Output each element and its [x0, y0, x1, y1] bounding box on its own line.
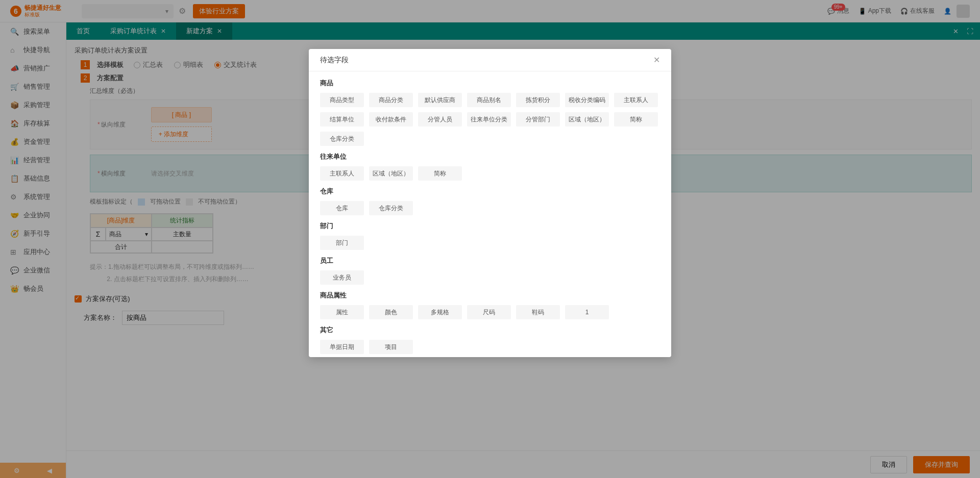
field-item[interactable]: 仓库 [320, 201, 364, 215]
modal-close-icon[interactable]: ✕ [653, 55, 660, 65]
field-item[interactable]: 区域（地区） [565, 112, 609, 127]
field-item[interactable]: 尺码 [467, 305, 511, 319]
field-item[interactable]: 多规格 [418, 305, 462, 319]
field-item[interactable]: 1 [565, 305, 609, 319]
field-group-0: 商品商品类型商品分类默认供应商商品别名拣货积分税收分类编码主联系人结算单位收付款… [320, 79, 660, 146]
field-group-5: 商品属性属性颜色多规格尺码鞋码1 [320, 291, 660, 319]
field-item[interactable]: 简称 [614, 112, 658, 127]
field-item[interactable]: 往来单位分类 [467, 112, 511, 127]
field-group-6: 其它单据日期项目 [320, 325, 660, 354]
field-group-title: 商品属性 [320, 291, 660, 300]
field-item[interactable]: 单据日期 [320, 340, 364, 354]
field-group-3: 部门部门 [320, 221, 660, 250]
field-item[interactable]: 拣货积分 [516, 93, 560, 107]
field-item[interactable]: 分管部门 [516, 112, 560, 127]
field-group-1: 往来单位主联系人区域（地区）简称 [320, 152, 660, 181]
field-group-title: 仓库 [320, 187, 660, 196]
field-item[interactable]: 简称 [418, 166, 462, 181]
field-group-title: 部门 [320, 221, 660, 231]
field-item[interactable]: 仓库分类 [369, 201, 413, 215]
field-item[interactable]: 颜色 [369, 305, 413, 319]
modal-title: 待选字段 [320, 56, 349, 65]
field-item[interactable]: 税收分类编码 [565, 93, 609, 107]
field-group-2: 仓库仓库仓库分类 [320, 187, 660, 215]
field-item[interactable]: 商品类型 [320, 93, 364, 107]
field-item[interactable]: 属性 [320, 305, 364, 319]
field-item[interactable]: 业务员 [320, 270, 364, 285]
field-group-4: 员工业务员 [320, 256, 660, 285]
field-item[interactable]: 鞋码 [516, 305, 560, 319]
field-group-title: 其它 [320, 325, 660, 335]
field-item[interactable]: 主联系人 [614, 93, 658, 107]
field-group-title: 员工 [320, 256, 660, 265]
field-item[interactable]: 商品分类 [369, 93, 413, 107]
field-item[interactable]: 商品别名 [467, 93, 511, 107]
field-item[interactable]: 区域（地区） [369, 166, 413, 181]
field-item[interactable]: 收付款条件 [369, 112, 413, 127]
field-group-title: 商品 [320, 79, 660, 88]
field-item[interactable]: 分管人员 [418, 112, 462, 127]
field-selector-modal: 待选字段 ✕ 商品商品类型商品分类默认供应商商品别名拣货积分税收分类编码主联系人… [309, 49, 671, 357]
field-item[interactable]: 部门 [320, 236, 364, 250]
field-item[interactable]: 仓库分类 [320, 132, 364, 146]
field-item[interactable]: 项目 [369, 340, 413, 354]
field-item[interactable]: 默认供应商 [418, 93, 462, 107]
field-item[interactable]: 结算单位 [320, 112, 364, 127]
field-group-title: 往来单位 [320, 152, 660, 161]
field-item[interactable]: 主联系人 [320, 166, 364, 181]
